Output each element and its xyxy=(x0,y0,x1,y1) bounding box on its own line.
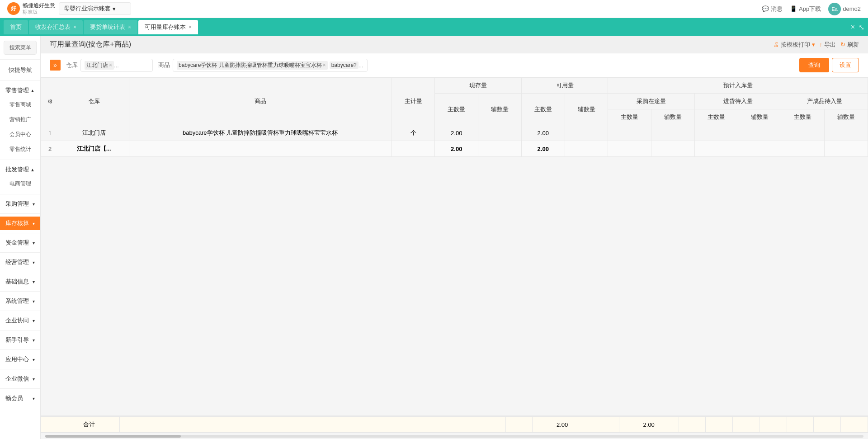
message-icon: 💬 xyxy=(762,5,769,12)
tab-stock-summary-close[interactable]: × xyxy=(73,24,76,30)
sidebar-item-ecommerce[interactable]: 电商管理 xyxy=(0,176,40,191)
tab-stock-summary-label: 收发存汇总表 xyxy=(35,23,71,31)
row-1-product-in-aux xyxy=(825,125,868,141)
org-dropdown-icon: ▾ xyxy=(113,5,116,12)
tab-available-stock-close[interactable]: × xyxy=(189,24,192,30)
row-2-product-in-aux xyxy=(825,141,868,157)
sidebar-item-retail-shop[interactable]: 零售商城 xyxy=(0,97,40,112)
sidebar-item-marketing[interactable]: 营销推广 xyxy=(0,112,40,127)
sidebar-section-appcenter: 应用中心 ▾ xyxy=(0,350,40,369)
tab-order-stats[interactable]: 要货单统计表 × xyxy=(84,20,137,34)
print-dropdown-icon: ▾ xyxy=(812,41,815,48)
row-1-num: 1 xyxy=(41,125,59,141)
app-download-btn[interactable]: 📱 App下载 xyxy=(790,5,821,13)
export-btn[interactable]: ↑ 导出 xyxy=(820,41,836,49)
th-product: 商品 xyxy=(129,78,392,125)
sidebar-retail-caret: ▲ xyxy=(30,88,35,93)
sidebar-section-stock: 库存核算 ▾ xyxy=(0,214,40,233)
setting-btn[interactable]: 设置 xyxy=(832,58,859,72)
sidebar-item-retail-stats[interactable]: 零售统计 xyxy=(0,142,40,157)
total-empty-1 xyxy=(41,417,59,433)
sidebar-section-wholesale-title[interactable]: 批发管理 ▲ xyxy=(0,163,40,176)
horizontal-scrollbar[interactable] xyxy=(41,433,868,439)
th-transit-main: 主数量 xyxy=(608,109,651,125)
sidebar-section-enterprise-label: 企业协同 xyxy=(5,316,29,325)
row-2-warehouse: 江北门店【... xyxy=(59,141,129,157)
app-label: App下载 xyxy=(799,5,821,13)
sidebar-section-wholesale-label: 批发管理 xyxy=(5,165,29,174)
sidebar-section-finance: 资金管理 ▾ xyxy=(0,233,40,253)
query-btn[interactable]: 查询 xyxy=(799,58,829,72)
sidebar-section-ent-wechat-title[interactable]: 企业微信 ▾ xyxy=(0,372,40,386)
sidebar-item-quicknav[interactable]: 快捷导航 xyxy=(0,62,40,78)
product-filter: 商品 babycare学饮杯 儿童防摔防撞吸管杯重力球吸嘴杯宝宝水杯 × bab… xyxy=(158,59,368,72)
sidebar-section-sys-title[interactable]: 系统管理 ▾ xyxy=(0,294,40,308)
sidebar-section-ops-title[interactable]: 经营管理 ▾ xyxy=(0,255,40,269)
sidebar-section-enterprise-title[interactable]: 企业协同 ▾ xyxy=(0,314,40,327)
total-label: 合计 xyxy=(59,417,120,433)
totals-table: 合计 2.00 2.00 xyxy=(41,416,868,433)
sidebar-search-btn[interactable]: 搜索菜单 xyxy=(4,41,37,55)
top-bar-left: 好 畅捷通好生意 标准版 母婴行业演示账套 ▾ xyxy=(7,2,131,15)
table-area: ⚙ 仓库 商品 主计量 现存量 可用量 预计入库量 主数量 辅数量 主数量 辅数… xyxy=(41,77,868,415)
sidebar-newguide-caret: ▾ xyxy=(33,338,35,343)
sidebar-section-ent-wechat: 企业微信 ▾ xyxy=(0,369,40,389)
tab-available-stock[interactable]: 可用量库存账本 × xyxy=(138,20,198,34)
sidebar-section-newguide-title[interactable]: 新手引导 ▾ xyxy=(0,333,40,347)
tab-home[interactable]: 首页 xyxy=(4,20,28,34)
product-tag-1-value: babycare学饮杯 儿童防摔防撞吸管杯重力球吸嘴杯宝宝水杯 xyxy=(179,61,322,69)
sidebar-section-appcenter-title[interactable]: 应用中心 ▾ xyxy=(0,353,40,366)
warehouse-input[interactable]: 江北门店 × ... xyxy=(80,59,153,72)
sidebar-item-members[interactable]: 会员中心 xyxy=(0,127,40,142)
window-restore-btn[interactable]: ⤡ xyxy=(859,23,864,32)
product-tag-1-remove[interactable]: × xyxy=(323,62,326,68)
sidebar-section-base-title[interactable]: 基础信息 ▾ xyxy=(0,275,40,288)
refresh-btn[interactable]: ↻ 刷新 xyxy=(840,41,859,49)
tab-order-stats-close[interactable]: × xyxy=(128,24,131,30)
th-settings[interactable]: ⚙ xyxy=(41,78,59,125)
user-name: demo2 xyxy=(843,5,861,12)
sidebar-section-purchase-title[interactable]: 采购管理 ▾ xyxy=(0,197,40,211)
sidebar-section-changyuanyin: 畅会员 ▾ xyxy=(0,389,40,408)
th-arrival-aux: 辅数量 xyxy=(738,109,781,125)
total-product-in-aux xyxy=(841,417,868,433)
tab-home-label: 首页 xyxy=(10,23,22,31)
sidebar-base-caret: ▾ xyxy=(33,279,35,284)
th-stock-aux: 辅数量 xyxy=(478,94,522,125)
th-avail-aux: 辅数量 xyxy=(565,94,608,125)
row-1-stock-aux xyxy=(478,125,522,141)
product-dots[interactable]: ... xyxy=(359,62,363,69)
warehouse-tag-remove[interactable]: × xyxy=(109,62,112,68)
row-1-product: babycare学饮杯 儿童防摔防撞吸管杯重力球吸嘴杯宝宝水杯 xyxy=(129,125,392,141)
scrollbar-thumb[interactable] xyxy=(45,435,181,438)
window-close-btn[interactable]: × xyxy=(851,23,855,31)
row-1-warehouse: 江北门店 xyxy=(59,125,129,141)
sidebar-ops-caret: ▾ xyxy=(33,260,35,265)
page-header-actions: 🖨 按模板打印 ▾ ↑ 导出 ↻ 刷新 xyxy=(773,41,859,49)
table-footer: 合计 2.00 2.00 xyxy=(41,415,868,433)
org-selector[interactable]: 母婴行业演示账套 ▾ xyxy=(59,2,131,15)
sidebar-section-ops: 经营管理 ▾ xyxy=(0,253,40,272)
template-print-btn[interactable]: 🖨 按模板打印 ▾ xyxy=(773,41,815,49)
th-arrival-pending: 进货待入量 xyxy=(694,94,781,109)
warehouse-dots[interactable]: ... xyxy=(114,62,119,69)
product-input[interactable]: babycare学饮杯 儿童防摔防撞吸管杯重力球吸嘴杯宝宝水杯 × babyca… xyxy=(173,59,368,72)
row-2-avail-aux xyxy=(565,141,608,157)
th-product-in-main: 主数量 xyxy=(781,109,825,125)
filter-expand-btn[interactable]: » xyxy=(50,60,61,71)
row-1-avail-aux xyxy=(565,125,608,141)
sidebar-wholesale-caret: ▲ xyxy=(30,167,35,172)
sidebar-finance-caret: ▾ xyxy=(33,241,35,245)
sidebar-section-changyuanyin-title[interactable]: 畅会员 ▾ xyxy=(0,392,40,405)
export-icon: ↑ xyxy=(820,41,823,48)
th-stock-main: 主数量 xyxy=(435,94,478,125)
sidebar-section-retail-title[interactable]: 零售管理 ▲ xyxy=(0,84,40,97)
user-menu[interactable]: Ea demo2 xyxy=(828,3,861,15)
message-btn[interactable]: 💬 消息 xyxy=(762,5,783,13)
avatar: Ea xyxy=(828,3,841,15)
tab-stock-summary[interactable]: 收发存汇总表 × xyxy=(29,20,83,34)
sidebar-section-finance-title[interactable]: 资金管理 ▾ xyxy=(0,236,40,250)
sidebar-section-stock-title[interactable]: 库存核算 ▾ xyxy=(0,217,40,230)
sidebar-sys-caret: ▾ xyxy=(33,299,35,304)
row-2-transit-aux xyxy=(651,141,695,157)
